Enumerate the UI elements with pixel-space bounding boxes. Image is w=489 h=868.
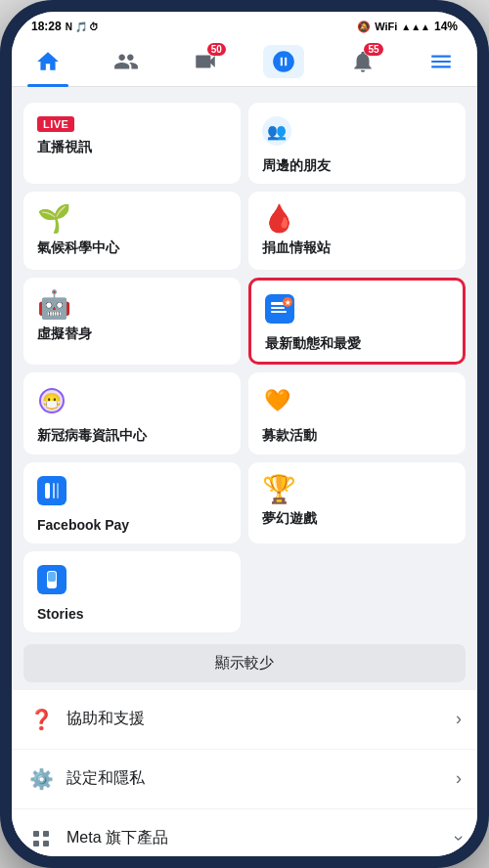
grid-item-live-news[interactable]: LIVE 直播視訊 (23, 103, 241, 184)
facebook-pay-icon (37, 476, 67, 510)
nav-bar: 50 55 (12, 37, 477, 87)
meta-icon (27, 825, 55, 852)
covid-icon: 😷 (37, 386, 67, 420)
section-help-label: 協助和支援 (67, 709, 145, 729)
show-less-button[interactable]: 顯示較少 (23, 644, 466, 682)
signal: ▲▲▲ (401, 22, 430, 32)
grid-item-covid[interactable]: 😷 新冠病毒資訊中心 (23, 372, 241, 454)
grid-item-climate[interactable]: 🌱 氣候科學中心 (23, 192, 241, 270)
nav-friends[interactable] (106, 45, 147, 78)
gaming-icon: 🏆 (262, 476, 296, 503)
grid-item-facebook-pay[interactable]: Facebook Pay (23, 462, 241, 543)
nav-menu[interactable] (421, 45, 462, 78)
grid-item-fundraisers[interactable]: 🧡 募款活動 (248, 372, 466, 454)
svg-text:👥: 👥 (267, 122, 287, 141)
status-right: 🔕 WiFi ▲▲▲ 14% (357, 20, 458, 33)
svg-rect-5 (271, 311, 287, 313)
grid-item-newsfeed[interactable]: ★ 最新動態和最愛 (248, 278, 466, 365)
help-icon: ❓ (27, 706, 55, 733)
status-left: 18:28 N 🎵 ⏱ (31, 20, 99, 33)
notifications-badge: 55 (364, 43, 382, 56)
svg-rect-13 (53, 483, 55, 499)
meta-chevron: › (449, 836, 469, 842)
fundraisers-icon: 🧡 (262, 386, 291, 420)
settings-icon: ⚙️ (27, 765, 55, 793)
section-list: ❓ 協助和支援 › ⚙️ 設定和隱私 › (12, 690, 477, 856)
phone-screen: 18:28 N 🎵 ⏱ 🔕 WiFi ▲▲▲ 14% (12, 12, 477, 856)
nav-video[interactable]: 50 (185, 45, 226, 78)
nav-groups[interactable] (263, 45, 304, 78)
grid-item-blood[interactable]: 🩸 捐血情報站 (248, 192, 466, 270)
grid-item-gaming[interactable]: 🏆 夢幻遊戲 (248, 462, 466, 543)
time: 18:28 (31, 20, 62, 33)
climate-icon: 🌱 (37, 205, 71, 233)
grid-item-label-fundraisers: 募款活動 (262, 426, 317, 444)
grid-item-label-gaming: 夢幻遊戲 (262, 509, 317, 527)
grid-item-label-climate: 氣候科學中心 (37, 239, 119, 256)
stories-icon (37, 565, 67, 599)
avatar-icon: 🤖 (37, 291, 71, 319)
status-bar: 18:28 N 🎵 ⏱ 🔕 WiFi ▲▲▲ 14% (12, 12, 477, 37)
content-area: LIVE 直播視訊 👥 周邊的朋友 🌱 氣候科學中 (12, 87, 477, 856)
section-help[interactable]: ❓ 協助和支援 › (12, 690, 477, 750)
settings-chevron: › (456, 768, 462, 789)
show-less-label: 顯示較少 (215, 654, 274, 671)
grid-item-label-nearby: 周邊的朋友 (262, 156, 331, 174)
svg-rect-4 (271, 307, 285, 309)
svg-rect-12 (45, 483, 50, 499)
section-settings[interactable]: ⚙️ 設定和隱私 › (12, 750, 477, 809)
live-badge: LIVE (37, 116, 74, 132)
svg-rect-19 (43, 831, 49, 837)
battery: 14% (434, 20, 458, 33)
grid-item-label-avatar: 虛擬替身 (37, 325, 92, 342)
svg-text:😷: 😷 (42, 392, 62, 411)
grid-item-label-live: 直播視訊 (37, 138, 92, 155)
grid-item-label-newsfeed: 最新動態和最愛 (265, 334, 361, 352)
nav-notifications[interactable]: 55 (342, 45, 383, 78)
grid-item-stories[interactable]: Stories (23, 551, 241, 632)
grid-item-label-pay: Facebook Pay (37, 516, 129, 534)
svg-text:★: ★ (285, 299, 291, 306)
svg-rect-11 (37, 476, 67, 505)
section-meta[interactable]: Meta 旗下產品 › (12, 809, 477, 856)
svg-rect-20 (33, 841, 39, 846)
video-badge: 50 (207, 43, 226, 56)
nav-home[interactable] (27, 45, 68, 78)
grid-item-label-covid: 新冠病毒資訊中心 (37, 426, 147, 444)
section-help-left: ❓ 協助和支援 (27, 706, 145, 733)
section-settings-label: 設定和隱私 (67, 768, 145, 789)
section-meta-label: Meta 旗下產品 (67, 828, 168, 848)
newsfeed-icon: ★ (265, 294, 294, 328)
grid-container: LIVE 直播視訊 👥 周邊的朋友 🌱 氣候科學中 (12, 95, 477, 640)
nearby-friends-icon: 👥 (262, 116, 291, 151)
grid-item-label-blood: 捐血情報站 (262, 239, 331, 256)
svg-rect-18 (33, 831, 39, 837)
svg-rect-21 (43, 841, 49, 846)
section-settings-left: ⚙️ 設定和隱私 (27, 765, 145, 793)
svg-text:🧡: 🧡 (264, 387, 291, 413)
svg-rect-14 (57, 483, 59, 499)
grid-item-avatar[interactable]: 🤖 虛擬替身 (23, 278, 241, 365)
svg-rect-17 (48, 572, 56, 582)
grid-item-nearby-friends[interactable]: 👥 周邊的朋友 (248, 103, 466, 184)
section-meta-left: Meta 旗下產品 (27, 825, 168, 852)
phone-frame: 18:28 N 🎵 ⏱ 🔕 WiFi ▲▲▲ 14% (0, 0, 489, 868)
nav-active-indicator (27, 84, 68, 87)
blood-icon: 🩸 (262, 205, 296, 233)
help-chevron: › (456, 709, 462, 729)
grid-item-label-stories: Stories (37, 605, 83, 623)
